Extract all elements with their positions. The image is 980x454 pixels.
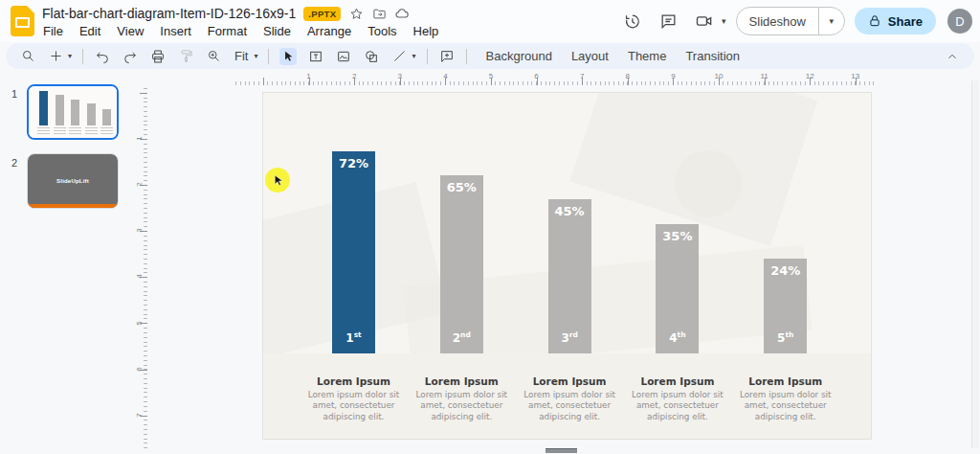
insert-image-tool[interactable]	[335, 48, 352, 65]
meet-camera-icon[interactable]	[691, 8, 718, 34]
bar-4th[interactable]: 35%4th	[656, 224, 699, 353]
title-row: Flat-bar-chart-diagram-Item-ID-126-16x9-…	[42, 6, 410, 21]
background-decor	[675, 150, 742, 217]
h-ruler-number: 8	[623, 72, 633, 80]
cloud-status-icon[interactable]	[394, 6, 410, 21]
menu-slide[interactable]: Slide	[262, 24, 292, 38]
new-slide-button[interactable]	[47, 48, 64, 65]
text-box-tool[interactable]	[307, 48, 324, 65]
caption-heading: Lorem Ipsum	[408, 375, 515, 387]
menu-file[interactable]: File	[42, 24, 64, 38]
mini-caption	[100, 127, 113, 134]
redo-icon[interactable]	[122, 48, 139, 65]
zoom-icon[interactable]	[205, 48, 222, 65]
select-tool[interactable]	[279, 48, 297, 65]
menu-edit[interactable]: Edit	[78, 24, 101, 38]
menu-help[interactable]: Help	[412, 24, 440, 38]
bar-rank-label: 2nd	[440, 330, 483, 345]
line-dropdown-caret[interactable]: ▾	[412, 52, 415, 60]
move-folder-icon[interactable]	[371, 6, 387, 21]
v-ruler-number: 3	[135, 226, 144, 236]
slide-2-thumbnail[interactable]: SlideUpLift	[27, 153, 119, 209]
toolbar-button-background[interactable]: Background	[478, 47, 561, 65]
mini-caption	[69, 127, 81, 134]
toolbar-divider	[427, 49, 428, 64]
caption-3[interactable]: Lorem IpsumLorem ipsum dolor sit amet, c…	[516, 375, 623, 422]
paint-format-icon[interactable]	[177, 48, 194, 65]
caption-1[interactable]: Lorem IpsumLorem ipsum dolor sit amet, c…	[301, 375, 408, 422]
toolbar-button-theme[interactable]: Theme	[619, 47, 675, 65]
menu-tools[interactable]: Tools	[367, 24, 397, 38]
v-ruler-number: 2	[135, 180, 144, 190]
h-ruler-number: 5	[486, 72, 496, 80]
toolbar-button-layout[interactable]: Layout	[563, 47, 617, 65]
bar-3rd[interactable]: 45%3rd	[548, 199, 591, 353]
google-slides-app: Flat-bar-chart-diagram-Item-ID-126-16x9-…	[0, 0, 980, 454]
slide-canvas[interactable]: 72%1st65%2nd45%3rd35%4th24%5th Lorem Ips…	[263, 93, 871, 439]
caption-body: Lorem ipsum dolor sit amet, consectetuer…	[624, 390, 731, 422]
undo-icon[interactable]	[94, 48, 111, 65]
h-ruler-number: 13	[851, 72, 860, 80]
star-icon[interactable]	[348, 6, 364, 21]
caption-heading: Lorem Ipsum	[624, 375, 731, 387]
comments-icon[interactable]	[655, 8, 681, 34]
vertical-ruler: 1234567	[135, 86, 147, 448]
slide-2-accent-bar	[28, 204, 118, 208]
slide-1-thumbnail[interactable]	[27, 84, 119, 140]
slides-logo-icon[interactable]	[11, 6, 34, 36]
insert-shape-tool[interactable]	[363, 48, 380, 65]
h-ruler-number: 9	[668, 72, 678, 80]
add-comment-icon[interactable]	[438, 48, 456, 65]
mini-caption	[37, 127, 50, 134]
account-avatar[interactable]: D	[947, 9, 972, 34]
toolbar-text-buttons: BackgroundLayoutThemeTransition	[478, 47, 749, 65]
bar-rank-label: 3rd	[548, 330, 591, 345]
h-ruler-number: 2	[349, 72, 359, 80]
caption-heading: Lorem Ipsum	[732, 375, 839, 387]
horizontal-ruler: 12345678910111213	[234, 73, 875, 85]
mini-bar	[56, 95, 64, 125]
bar-value-label: 35%	[656, 229, 699, 243]
header: Flat-bar-chart-diagram-Item-ID-126-16x9-…	[0, 0, 980, 42]
print-icon[interactable]	[149, 48, 167, 65]
menu-view[interactable]: View	[116, 24, 145, 38]
new-slide-dropdown-caret[interactable]: ▾	[68, 52, 72, 60]
toolbar-button-transition[interactable]: Transition	[677, 47, 748, 65]
zoom-select[interactable]: Fit	[233, 49, 250, 63]
v-ruler-number: 1	[135, 134, 144, 144]
camera-dropdown-caret[interactable]: ▾	[722, 16, 726, 26]
h-ruler-number: 10	[714, 72, 724, 80]
menu-arrange[interactable]: Arrange	[306, 24, 352, 38]
toolbar: ▾ Fit ▾	[6, 43, 974, 69]
search-menus-icon[interactable]	[19, 48, 36, 65]
slideshow-button[interactable]: Slideshow	[737, 14, 818, 29]
canvas-scrollbar[interactable]	[971, 80, 979, 448]
bar-value-label: 45%	[548, 204, 591, 218]
document-title[interactable]: Flat-bar-chart-diagram-Item-ID-126-16x9-…	[42, 6, 296, 21]
insert-line-tool[interactable]	[390, 48, 408, 65]
caption-body: Lorem ipsum dolor sit amet, consectetuer…	[516, 390, 623, 422]
share-button[interactable]: Share	[855, 8, 936, 34]
caption-4[interactable]: Lorem IpsumLorem ipsum dolor sit amet, c…	[624, 375, 731, 422]
slide-2-preview: SlideUpLift	[28, 154, 118, 208]
menu-format[interactable]: Format	[207, 24, 248, 38]
bar-1st[interactable]: 72%1st	[332, 151, 375, 353]
toolbar-divider	[466, 49, 467, 64]
filmstrip: 1 2 SlideUpLift	[0, 77, 130, 454]
version-history-icon[interactable]	[618, 8, 645, 34]
speaker-notes-handle[interactable]	[546, 448, 577, 453]
v-ruler-number: 5	[135, 318, 144, 328]
slideshow-dropdown-button[interactable]: ▾	[819, 16, 844, 26]
zoom-dropdown-caret[interactable]: ▾	[254, 52, 257, 60]
bar-2nd[interactable]: 65%2nd	[440, 175, 483, 353]
collapse-menus-icon[interactable]	[944, 48, 961, 65]
slide-1-preview	[29, 86, 117, 138]
lock-icon	[868, 14, 881, 28]
slide-1-number: 1	[4, 88, 17, 100]
header-actions: ▾ Slideshow ▾ Share D	[618, 7, 972, 35]
menu-insert[interactable]: Insert	[159, 24, 192, 38]
bar-5th[interactable]: 24%5th	[764, 259, 807, 353]
caption-2[interactable]: Lorem IpsumLorem ipsum dolor sit amet, c…	[408, 375, 515, 422]
caption-5[interactable]: Lorem IpsumLorem ipsum dolor sit amet, c…	[732, 375, 839, 422]
toolbar-divider	[82, 49, 83, 64]
